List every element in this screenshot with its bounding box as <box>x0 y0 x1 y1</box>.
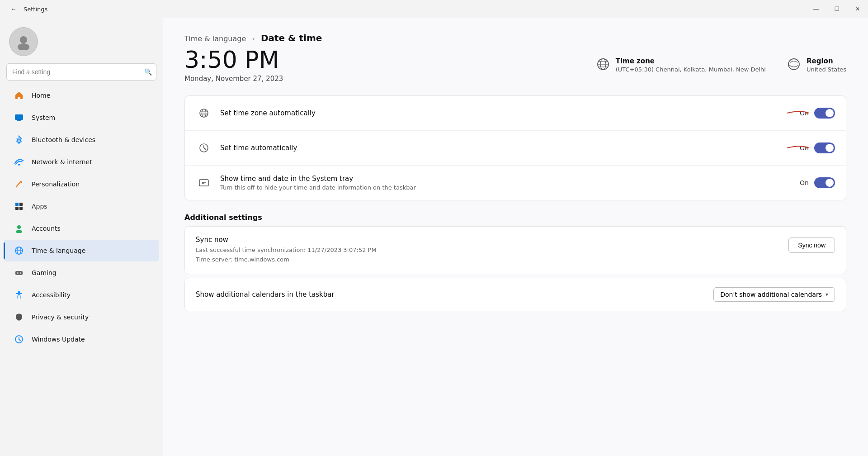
region-info: Region United States <box>807 57 846 73</box>
svg-point-4 <box>18 164 20 166</box>
sync-card: Sync now Last successful time synchroniz… <box>184 226 846 274</box>
sidebar-item-network[interactable]: Network & internet <box>4 151 159 173</box>
show-time-tray-text: Show time and date in the System tray Tu… <box>220 175 800 191</box>
set-time-auto-toggle[interactable] <box>814 142 835 153</box>
svg-rect-10 <box>19 207 23 210</box>
sidebar-item-system[interactable]: System <box>4 107 159 128</box>
sync-text: Sync now Last successful time synchroniz… <box>196 236 788 265</box>
time-info-right: Time zone (UTC+05:30) Chennai, Kolkata, … <box>597 57 846 73</box>
sidebar-item-personalization[interactable]: Personalization <box>4 173 159 195</box>
sidebar-item-home[interactable]: Home <box>4 85 159 106</box>
show-time-tray-on-label: On <box>800 179 809 186</box>
sidebar-item-apps[interactable]: Apps <box>4 195 159 217</box>
sidebar-item-label-accessibility: Accessibility <box>32 291 71 299</box>
svg-point-12 <box>16 230 22 233</box>
system-icon <box>13 111 25 124</box>
close-button[interactable]: ✕ <box>847 0 868 18</box>
additional-settings-title: Additional settings <box>184 213 846 222</box>
sidebar-item-label-network: Network & internet <box>32 158 92 166</box>
calendar-card: Show additional calendars in the taskbar… <box>184 278 846 311</box>
sidebar-item-label-system: System <box>32 114 55 121</box>
set-time-auto-icon <box>196 140 212 156</box>
svg-rect-2 <box>15 114 23 120</box>
svg-point-19 <box>20 272 21 273</box>
time-region-row: 3:50 PM Monday, November 27, 2023 <box>184 47 846 83</box>
set-timezone-auto-toggle[interactable] <box>814 108 835 119</box>
timezone-value: (UTC+05:30) Chennai, Kolkata, Mumbai, Ne… <box>616 66 766 73</box>
winupdate-icon <box>13 333 25 346</box>
svg-point-20 <box>18 291 20 294</box>
maximize-button[interactable]: ❐ <box>826 0 847 18</box>
calendar-dropdown-value: Don't show additional calendars <box>720 291 822 298</box>
sidebar-item-label-home: Home <box>32 92 50 99</box>
title-bar: ← Settings — ❐ ✕ <box>0 0 868 18</box>
svg-rect-8 <box>19 203 23 206</box>
sidebar-item-accounts[interactable]: Accounts <box>4 218 159 239</box>
toggle-row-show-time-tray: Show time and date in the System tray Tu… <box>185 166 846 200</box>
timezone-info: Time zone (UTC+05:30) Chennai, Kolkata, … <box>616 57 766 73</box>
network-icon <box>13 156 25 168</box>
timezone-label: Time zone <box>616 57 766 65</box>
app-title: Settings <box>24 6 47 13</box>
show-time-tray-toggle[interactable] <box>814 177 835 188</box>
calendar-dropdown[interactable]: Don't show additional calendars ▾ <box>713 287 835 302</box>
sidebar-item-winupdate[interactable]: Windows Update <box>4 328 159 350</box>
svg-point-1 <box>18 43 29 50</box>
set-timezone-auto-title: Set time zone automatically <box>220 109 800 117</box>
svg-rect-7 <box>15 203 19 206</box>
minimize-button[interactable]: — <box>806 0 826 18</box>
region-label: Region <box>807 57 846 65</box>
svg-rect-9 <box>15 207 19 210</box>
sidebar-item-label-personalization: Personalization <box>32 180 80 188</box>
home-icon <box>13 89 25 102</box>
sync-title: Sync now <box>196 236 788 244</box>
svg-point-6 <box>20 181 22 183</box>
svg-point-0 <box>20 36 27 43</box>
svg-line-5 <box>16 181 21 187</box>
search-input[interactable] <box>6 63 156 81</box>
timelang-icon <box>13 244 25 257</box>
set-time-auto-title: Set time automatically <box>220 144 800 152</box>
accessibility-icon <box>13 289 25 301</box>
accounts-icon <box>13 222 25 235</box>
sidebar-item-label-gaming: Gaming <box>32 269 57 276</box>
show-time-tray-title: Show time and date in the System tray <box>220 175 800 183</box>
show-time-tray-icon <box>196 175 212 191</box>
region-value: United States <box>807 66 846 73</box>
search-icon: 🔍 <box>144 68 152 76</box>
personalization-icon <box>13 178 25 190</box>
svg-line-37 <box>204 148 206 149</box>
time-display: 3:50 PM <box>184 47 597 73</box>
show-time-tray-controls: On <box>800 177 835 188</box>
svg-rect-16 <box>15 271 23 275</box>
sidebar-item-timelang[interactable]: Time & language <box>4 240 159 261</box>
toggle-row-set-timezone-auto: Set time zone automatically On <box>185 96 846 131</box>
nav-list: Home System Bluetooth & devices Network … <box>0 84 163 351</box>
sidebar-item-accessibility[interactable]: Accessibility <box>4 284 159 306</box>
sidebar-item-label-winupdate: Windows Update <box>32 336 85 343</box>
sidebar-item-bluetooth[interactable]: Bluetooth & devices <box>4 129 159 151</box>
svg-rect-39 <box>199 180 208 186</box>
window-controls: — ❐ ✕ <box>806 0 868 18</box>
calendar-label: Show additional calendars in the taskbar <box>196 290 713 299</box>
sidebar: 🔍 Home System Bluetooth & devices Networ… <box>0 18 163 456</box>
privacy-icon <box>13 311 25 323</box>
avatar-section <box>0 18 163 63</box>
sidebar-item-label-timelang: Time & language <box>32 247 85 254</box>
apps-icon <box>13 200 25 213</box>
breadcrumb-parent[interactable]: Time & language <box>184 34 246 43</box>
sidebar-item-privacy[interactable]: Privacy & security <box>4 306 159 328</box>
sidebar-item-label-accounts: Accounts <box>32 225 61 232</box>
set-time-auto-text: Set time automatically <box>220 144 800 152</box>
time-block: 3:50 PM Monday, November 27, 2023 <box>184 47 597 83</box>
sync-last: Last successful time synchronization: 11… <box>196 246 788 265</box>
sidebar-item-label-bluetooth: Bluetooth & devices <box>32 136 95 143</box>
gaming-icon <box>13 266 25 279</box>
sidebar-item-gaming[interactable]: Gaming <box>4 262 159 284</box>
back-button[interactable]: ← <box>7 3 20 15</box>
date-display: Monday, November 27, 2023 <box>184 75 597 83</box>
calendar-chevron-icon: ▾ <box>826 291 828 298</box>
bluetooth-icon <box>13 133 25 146</box>
sync-now-button[interactable]: Sync now <box>788 238 835 253</box>
app-body: 🔍 Home System Bluetooth & devices Networ… <box>0 18 868 456</box>
